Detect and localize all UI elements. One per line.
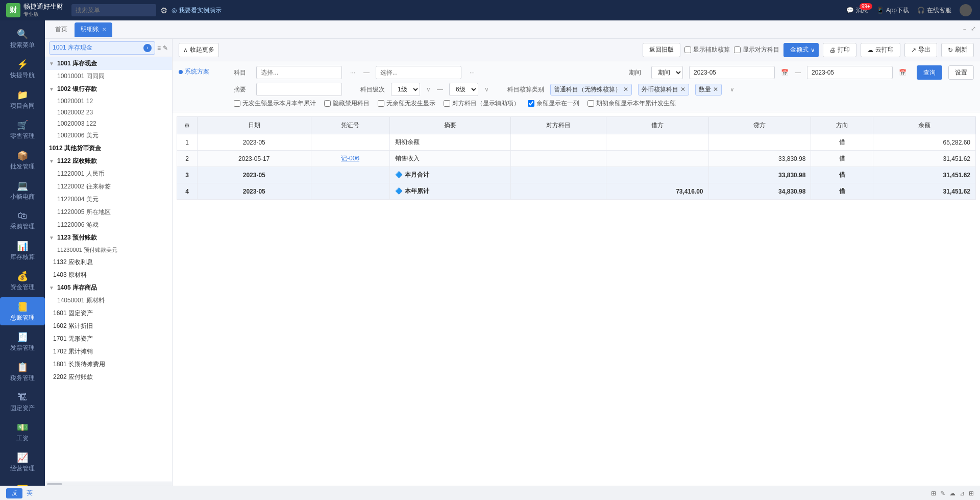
period-calendar-icon-1[interactable]: 📅 xyxy=(781,69,789,76)
show-opposite-input[interactable] xyxy=(734,46,741,53)
hide-disabled-input[interactable] xyxy=(324,100,331,107)
amount-style-button[interactable]: 金额式 ∨ xyxy=(783,43,819,57)
account-item-1012[interactable]: 1012 其他货币资金 xyxy=(45,142,172,155)
account-item-11220004[interactable]: 11220004 美元 xyxy=(45,193,172,206)
summary-input[interactable] xyxy=(256,83,342,96)
app-download-button[interactable]: 📱 App下载 xyxy=(876,6,909,15)
account-item-11220006[interactable]: 11220006 游戏 xyxy=(45,219,172,231)
account-item-11220001[interactable]: 11220001 人民币 xyxy=(45,168,172,180)
period-end-input[interactable] xyxy=(807,66,893,79)
filter-tag-2-close[interactable]: ✕ xyxy=(680,86,685,93)
show-period-balance-input[interactable] xyxy=(587,100,594,107)
show-opposite-filter-input[interactable] xyxy=(444,100,450,107)
account-item-11220005[interactable]: 11220005 所在地区 xyxy=(45,206,172,219)
message-button[interactable]: 💬 消息 99+ xyxy=(846,6,868,15)
account-item-10020002[interactable]: 10020002 23 xyxy=(45,107,172,118)
sidebar-item-quick-nav[interactable]: ⚡ 快捷导航 xyxy=(0,55,45,83)
sidebar-item-operations[interactable]: 📈 经营管理 xyxy=(0,448,45,476)
sidebar-item-search[interactable]: 🔍 搜索菜单 xyxy=(0,25,45,53)
grid-icon[interactable]: ⊞ xyxy=(931,490,936,497)
account-item-10010001[interactable]: 10010001 同同同 xyxy=(45,70,172,83)
balance-one-col-input[interactable] xyxy=(528,100,534,107)
edit-icon[interactable]: ✎ xyxy=(163,44,168,52)
sidebar-item-ledger[interactable]: 📒 总账管理 xyxy=(0,297,45,325)
no-activity-checkbox[interactable]: 无发生额显示本月本年累计 xyxy=(234,99,316,108)
sidebar-item-wholesale[interactable]: 📦 批发管理 xyxy=(0,146,45,174)
tab-detail[interactable]: 明细账 ✕ xyxy=(75,22,112,37)
user-avatar[interactable] xyxy=(960,4,974,16)
period-start-input[interactable] xyxy=(689,66,775,79)
return-old-button[interactable]: 返回旧版 xyxy=(643,43,680,57)
subject-from-input[interactable] xyxy=(256,66,342,79)
account-item-11220002[interactable]: 11220002 往来标签 xyxy=(45,180,172,193)
subject-to-input[interactable] xyxy=(376,66,461,79)
export-button[interactable]: ↗ 导出 xyxy=(904,43,937,57)
level-from-select[interactable]: 1级 xyxy=(391,83,420,96)
tab-minimize-icon[interactable]: － xyxy=(962,25,968,34)
topbar-search-input[interactable] xyxy=(71,4,156,16)
cloud-bottom-icon[interactable]: ☁ xyxy=(949,490,955,497)
account-item-1001[interactable]: ▼ 1001 库存现金 xyxy=(45,57,172,70)
demo-link[interactable]: ◎ 我要看实例演示 xyxy=(172,6,222,15)
account-item-1702[interactable]: 1702 累计摊销 xyxy=(45,345,172,358)
list-icon[interactable]: ≡ xyxy=(157,44,161,52)
settings-icon[interactable]: ⚙ xyxy=(160,6,167,15)
settings-button[interactable]: 设置 xyxy=(948,65,974,80)
sidebar-item-retail[interactable]: 🛒 零售管理 xyxy=(0,115,45,144)
balance-one-col-checkbox[interactable]: 余额显示在一列 xyxy=(528,99,579,108)
account-item-1701[interactable]: 1701 无形资产 xyxy=(45,332,172,345)
account-item-10020003[interactable]: 10020003 122 xyxy=(45,118,172,129)
sidebar-item-salary[interactable]: 💵 工资 xyxy=(0,418,45,446)
feedback-button[interactable]: 反 xyxy=(6,488,22,498)
tab-home[interactable]: 首页 xyxy=(49,22,74,37)
filter-tag-3-close[interactable]: ✕ xyxy=(713,86,718,93)
account-item-1602[interactable]: 1602 累计折旧 xyxy=(45,320,172,332)
account-item-1801[interactable]: 1801 长期待摊费用 xyxy=(45,358,172,371)
show-period-balance-checkbox[interactable]: 期初余额显示本年累计发生额 xyxy=(587,99,676,108)
lang-en-label[interactable]: 英 xyxy=(27,489,33,497)
edit-bottom-icon[interactable]: ✎ xyxy=(940,490,945,497)
col-settings[interactable]: ⚙ xyxy=(177,117,198,134)
account-item-1123[interactable]: ▼ 1123 预付账款 xyxy=(45,231,172,244)
account-item-2202[interactable]: 2202 应付账款 xyxy=(45,371,172,384)
account-item-1403[interactable]: 1403 原材料 xyxy=(45,269,172,281)
show-auxiliary-checkbox[interactable]: 显示辅助核算 xyxy=(684,45,730,54)
show-opposite-checkbox[interactable]: 显示对方科目 xyxy=(734,45,779,54)
account-item-1132[interactable]: 1132 应收利息 xyxy=(45,256,172,269)
account-item-10020001[interactable]: 10020001 12 xyxy=(45,96,172,107)
expand-bottom-icon[interactable]: ⊞ xyxy=(969,490,974,497)
account-item-1601[interactable]: 1601 固定资产 xyxy=(45,307,172,320)
print-button[interactable]: 🖨 打印 xyxy=(823,43,856,57)
account-item-1405[interactable]: ▼ 1405 库存商品 xyxy=(45,281,172,294)
sidebar-item-purchase[interactable]: 🛍 采购管理 xyxy=(0,206,45,234)
show-auxiliary-input[interactable] xyxy=(684,46,691,53)
tab-expand-icon[interactable]: ⤢ xyxy=(971,25,976,34)
online-service-button[interactable]: 🎧 在线客服 xyxy=(917,6,951,15)
cloud-print-button[interactable]: ☁ 云打印 xyxy=(861,43,900,57)
account-item-11230001[interactable]: 11230001 预付账款美元 xyxy=(45,244,172,256)
account-item-14050001[interactable]: 14050001 原材料 xyxy=(45,294,172,307)
sidebar-item-ecommerce[interactable]: 💻 小畅电商 xyxy=(0,176,45,204)
period-calendar-icon-2[interactable]: 📅 xyxy=(899,69,906,76)
filter-tag-1-close[interactable]: ✕ xyxy=(623,86,628,93)
account-item-10020006[interactable]: 10020006 美元 xyxy=(45,129,172,142)
solution-link[interactable]: 系统方案 xyxy=(185,67,209,76)
period-type-select[interactable]: 期间 xyxy=(651,66,683,79)
tab-close-icon[interactable]: ✕ xyxy=(102,27,106,32)
collapse-more-button[interactable]: ∧ 收起更多 xyxy=(179,43,219,57)
sidebar-item-tax[interactable]: 📋 税务管理 xyxy=(0,358,45,386)
sidebar-item-project[interactable]: 📁 项目合同 xyxy=(0,85,45,113)
voucher-link-2[interactable]: 记-006 xyxy=(341,155,359,162)
chart-bottom-icon[interactable]: ⊿ xyxy=(960,490,965,497)
sidebar-item-inventory[interactable]: 📊 库存核算 xyxy=(0,236,45,265)
account-nav-arrow[interactable]: › xyxy=(143,44,152,52)
sidebar-item-fixed-assets[interactable]: 🏗 固定资产 xyxy=(0,388,45,416)
sidebar-item-sales[interactable]: 💳 小畅报销 xyxy=(0,479,45,486)
level-to-select[interactable]: 6级 xyxy=(449,83,478,96)
query-button[interactable]: 查询 xyxy=(917,65,942,80)
no-activity-input[interactable] xyxy=(234,100,240,107)
no-balance-input[interactable] xyxy=(378,100,384,107)
sidebar-item-capital[interactable]: 💰 资金管理 xyxy=(0,267,45,295)
sidebar-item-invoice[interactable]: 🧾 发票管理 xyxy=(0,327,45,355)
account-item-1002[interactable]: ▼ 1002 银行存款 xyxy=(45,83,172,96)
